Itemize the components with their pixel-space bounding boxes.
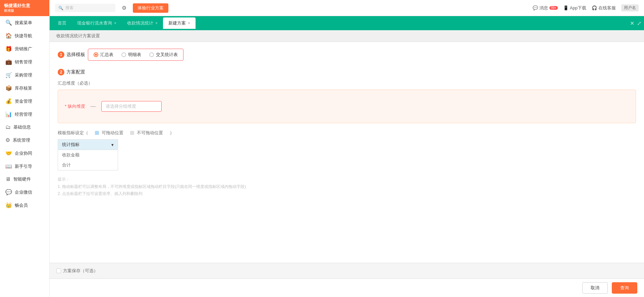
tip1: 1. 拖动标题栏可以调整布局，不可跨维度或指标区域拖动栏目字段(只能在同一维度或… <box>58 183 636 191</box>
box-icon: 📦 <box>5 85 12 91</box>
dimension-config: 汇总维度（必选） * 纵向维度 — 请选择分组维度 <box>58 80 636 123</box>
tab-receipts-label: 收款情况统计 <box>127 20 153 26</box>
sidebar: 畅捷通好生意 标准版 🔍 搜索菜单 🏠 快捷导航 🎁 营销推广 💼 销售管理 🛒… <box>0 0 50 297</box>
dimension-row: * 纵向维度 — 请选择分组维度 <box>65 101 162 112</box>
sidebar-item-label-operations: 经营管理 <box>15 111 32 117</box>
sidebar-item-marketing[interactable]: 🎁 营销推广 <box>0 42 49 55</box>
radio-summary-circle <box>94 52 98 57</box>
metrics-config: 模板指标设定（ 可拖动位置 不可拖动位置 ） 统计指标 <box>58 130 636 170</box>
tab-bank-flow-close[interactable]: × <box>114 21 116 26</box>
sidebar-item-label-hardware: 智能硬件 <box>13 176 31 182</box>
service-label: 在线客服 <box>598 5 616 11</box>
page-header-text: 收款情况统计方案设置 <box>56 33 100 38</box>
metrics-table: 统计指标 ▾ 收款金额 合计 <box>58 139 118 170</box>
tab-new-plan-label: 新建方案 <box>168 20 186 26</box>
wechat-icon: 💬 <box>5 189 12 195</box>
dimension-title: 汇总维度（必选） <box>58 80 636 86</box>
download-label: App下载 <box>570 5 586 11</box>
dimension-area: * 纵向维度 — 请选择分组维度 <box>58 90 636 123</box>
tip2: 2. 点击标题栏下拉可设置排序、插入列和删除列 <box>58 190 636 198</box>
metrics-row-amount: 收款金额 <box>58 150 118 160</box>
nondraggable-label: 不可拖动位置 <box>137 130 163 136</box>
step1-badge: 1 <box>58 51 64 58</box>
sidebar-item-label-wechat: 企业微信 <box>15 189 32 195</box>
radio-detail-label: 明细表 <box>128 52 141 58</box>
gear-icon: ⚙ <box>5 137 10 143</box>
sidebar-item-basics[interactable]: 🗂 基础信息 <box>0 121 49 134</box>
tab-home[interactable]: 首页 <box>52 17 72 29</box>
sidebar-item-system[interactable]: ⚙ 系统管理 <box>0 134 49 147</box>
footer-area: 方案保存（可选） <box>50 263 644 279</box>
sidebar-item-label-marketing: 营销推广 <box>15 46 32 52</box>
cart-icon: 🛒 <box>5 72 12 78</box>
tab-bank-flow[interactable]: 现金银行流水查询 × <box>72 17 122 29</box>
close-paren: ） <box>170 130 174 136</box>
tab-expand-icon[interactable]: ⤢ <box>637 20 641 27</box>
sidebar-item-sales[interactable]: 💼 销售管理 <box>0 55 49 68</box>
main-area: 🔍 搜索 ⚙ 体验行业方案 💬 消息 99+ 📱 App下载 🎧 在线客服 用户… <box>50 0 644 297</box>
message-button[interactable]: 💬 消息 99+ <box>533 5 558 11</box>
service-button[interactable]: 🎧 在线客服 <box>592 5 616 11</box>
dimension-arrow-icon: — <box>91 103 96 109</box>
topbar-right: 💬 消息 99+ 📱 App下载 🎧 在线客服 用户名 <box>533 4 639 11</box>
message-icon: 💬 <box>533 5 538 10</box>
nav-tabs: 首页 现金银行流水查询 × 收款情况统计 × 新建方案 × ✕ ⤢ <box>50 16 644 30</box>
tab-close-icon[interactable]: ✕ <box>630 20 634 27</box>
step1-section: 1 选择模板 汇总表 明细表 <box>58 49 636 61</box>
metrics-dropdown-icon[interactable]: ▾ <box>111 142 114 147</box>
legend-draggable: 可拖动位置 <box>95 130 123 136</box>
sidebar-item-collab[interactable]: 🤝 企业协同 <box>0 147 49 160</box>
service-icon: 🎧 <box>592 5 597 10</box>
sidebar-item-inventory[interactable]: 📦 库存核算 <box>0 82 49 95</box>
tab-receipts-stats[interactable]: 收款情况统计 × <box>122 17 163 29</box>
topbar-search[interactable]: 🔍 搜索 <box>55 4 115 12</box>
logo-text: 畅捷通好生意 <box>4 3 30 8</box>
dimension-row-label: * 纵向维度 <box>65 103 85 109</box>
download-icon: 📱 <box>563 5 569 10</box>
sidebar-item-finance[interactable]: 💰 资金管理 <box>0 95 49 108</box>
tab-new-plan[interactable]: 新建方案 × <box>163 17 196 29</box>
sidebar-item-label-purchase: 采购管理 <box>15 72 32 78</box>
download-button[interactable]: 📱 App下载 <box>563 5 586 11</box>
radio-summary[interactable]: 汇总表 <box>94 52 113 58</box>
save-option[interactable]: 方案保存（可选） <box>56 268 98 274</box>
metrics-table-header[interactable]: 统计指标 ▾ <box>58 140 118 150</box>
sidebar-item-operations[interactable]: 📊 经营管理 <box>0 108 49 121</box>
guide-icon: 📖 <box>5 163 12 169</box>
message-badge: 99+ <box>549 6 558 10</box>
user-avatar[interactable]: 用户名 <box>621 4 639 11</box>
radio-cross-circle <box>149 52 154 57</box>
tab-new-plan-close[interactable]: × <box>188 21 190 26</box>
metrics-row-total: 合计 <box>58 160 118 170</box>
save-checkbox[interactable] <box>56 268 61 273</box>
money-icon: 💰 <box>5 98 12 104</box>
collab-icon: 🤝 <box>5 150 12 156</box>
sidebar-item-quick-nav[interactable]: 🏠 快捷导航 <box>0 29 49 42</box>
settings-button[interactable]: ⚙ <box>119 3 129 13</box>
content-area: 收款情况统计方案设置 1 选择模板 汇总表 明细 <box>50 30 644 297</box>
step1-title: 1 选择模板 汇总表 明细表 <box>58 49 636 61</box>
cancel-button[interactable]: 取消 <box>582 282 608 294</box>
sidebar-item-member[interactable]: 👑 畅会员 <box>0 199 49 212</box>
metrics-header: 模板指标设定（ 可拖动位置 不可拖动位置 ） <box>58 130 636 136</box>
radio-cross[interactable]: 交叉统计表 <box>149 52 178 58</box>
sidebar-item-label-guide: 新手引导 <box>15 163 32 169</box>
dimension-select[interactable]: 请选择分组维度 <box>101 101 162 112</box>
message-label: 消息 <box>539 5 548 11</box>
save-label: 方案保存（可选） <box>63 268 98 274</box>
sidebar-item-hardware[interactable]: 🖥 智能硬件 <box>0 173 49 186</box>
step2-label: 方案配置 <box>66 69 85 75</box>
sidebar-item-wechat[interactable]: 💬 企业微信 <box>0 186 49 199</box>
tab-controls: ✕ ⤢ <box>630 20 641 27</box>
tab-receipts-close[interactable]: × <box>155 21 158 26</box>
step1-label: 选择模板 <box>66 52 85 58</box>
sidebar-item-search-menu[interactable]: 🔍 搜索菜单 <box>0 16 49 29</box>
folder-icon: 🗂 <box>5 124 11 130</box>
home-icon: 🏠 <box>5 33 12 39</box>
logo-version: 标准版 <box>4 8 30 13</box>
sidebar-item-guide[interactable]: 📖 新手引导 <box>0 160 49 173</box>
trial-button[interactable]: 体验行业方案 <box>133 3 168 13</box>
sidebar-item-purchase[interactable]: 🛒 采购管理 <box>0 68 49 82</box>
radio-detail[interactable]: 明细表 <box>121 52 141 58</box>
confirm-button[interactable]: 查询 <box>612 282 637 294</box>
